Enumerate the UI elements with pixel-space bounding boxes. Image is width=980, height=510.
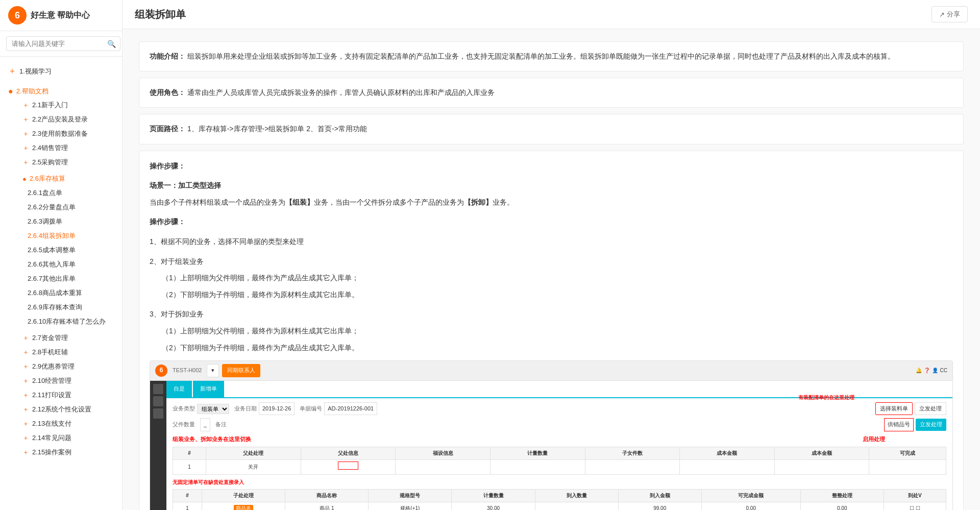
sidebar-item-mobile[interactable]: ＋ 2.8手机旺辅 [18, 345, 114, 359]
sidebar-item-cost-adjust[interactable]: 2.6.5成本调整单 [26, 243, 114, 257]
sidebar-item-ledger-fix[interactable]: 2.6.10库存账本错了怎么办 [26, 314, 114, 329]
plus-icon: ＋ [22, 376, 29, 385]
annotation4-text: 无固定清单可在缺货处直接录入 [173, 478, 244, 487]
cell-child-op: 商品名 [202, 502, 285, 510]
sidebar-item-partial-stocktake[interactable]: 2.6.2分量盘点单 [26, 200, 114, 214]
func-intro-label: 功能介绍： [150, 52, 185, 60]
plus-icon: ＋ [22, 333, 29, 343]
screen-nav-area: ▾ 同期联系人 [207, 364, 910, 377]
role-text: 通常由生产人员或库管人员完成拆装业务的操作，库管人员确认原材料的出库和产成品的入… [187, 88, 495, 96]
cell-parent-info [301, 460, 396, 475]
screen-th-parent-info: 父处信息 [301, 447, 396, 460]
screen-type-label: 业务类型 [173, 404, 195, 414]
sidebar-item-data-prep[interactable]: ＋ 2.3使用前数据准备 [18, 127, 114, 141]
sidebar-item-other-in[interactable]: 2.6.6其他入库单 [26, 257, 114, 272]
sidebar-item-finance[interactable]: ＋ 2.7资金管理 [18, 331, 114, 345]
item-label: 2.6.10库存账本错了怎么办 [28, 317, 106, 326]
screenshot: 6 TEST-H002 ▾ 同期联系人 🔔 ❓ 👤 CC [150, 360, 953, 510]
screen-th2-qty: 计量数量 [452, 490, 535, 502]
item-label: 2.2产品安装及登录 [32, 115, 88, 124]
sidebar-item-cost-recalc[interactable]: 2.6.8商品成本重算 [26, 286, 114, 300]
cell-qty [490, 460, 585, 475]
sidebar-item-purchase[interactable]: ＋ 2.5采购管理 [18, 155, 114, 169]
scenario1-desc: 当由多个子件材料组装成一个成品的业务为【组装】业务，当由一个父件拆分成多个子产品… [150, 196, 953, 209]
screen-th-child-num: 子女件数 [585, 447, 680, 460]
sidebar-item-label: 1.视频学习 [19, 67, 52, 76]
role-section: 使用角色： 通常由生产人员或库管人员完成拆装业务的操作，库管人员确认原材料的出库… [139, 78, 964, 108]
item-label: 2.13在线支付 [32, 419, 71, 428]
item-label: 2.5采购管理 [32, 158, 68, 167]
screen-main: 自是 新增单 业务类型 组装单 拆卸单 [166, 381, 952, 510]
cell-complete [869, 460, 946, 475]
plus-icon: ＋ [22, 448, 29, 457]
main: 组装拆卸单 ↗ 分享 功能介绍： 组装拆卸单用来处理企业组装或拆卸等加工业务，支… [122, 0, 980, 510]
search-input[interactable] [6, 36, 120, 51]
sidebar-item-stocktake[interactable]: 2.6.1盘点单 [26, 186, 114, 200]
cell-child-num [585, 460, 680, 475]
func-intro-text: 组装拆卸单用来处理企业组装或拆卸等加工业务，支持有固定装配清单的产品加工业务，也… [187, 52, 895, 60]
screen-nav-icon3 [153, 408, 163, 419]
sidebar-item-assembly[interactable]: 2.6.4组装拆卸单 [26, 229, 114, 243]
annotation3-text: 启用处理 [863, 434, 885, 445]
cell-name: 商品 1 [285, 502, 369, 510]
nav-sub-section-inventory: ● 2.6库存核算 2.6.1盘点单 2.6.2分量盘点单 2.6.3调拨单 [18, 169, 114, 331]
sidebar-item-install[interactable]: ＋ 2.2产品安装及登录 [18, 112, 114, 127]
plus-icon: ＋ [22, 405, 29, 414]
screen-annotation4-row: 无固定清单可在缺货处直接录入 [173, 478, 946, 487]
cell-in-qty [535, 502, 618, 510]
annotation1-text: 有装配清单的在这里处理 [798, 393, 854, 402]
ops-section: 操作步骤： 场景一：加工类型选择 当由多个子件材料组装成一个成品的业务为【组装】… [139, 151, 964, 510]
annotation2-text: 组装业务、拆卸业务在这里切换 [173, 434, 251, 445]
cell-num: 1 [173, 460, 206, 475]
cell-avail-amt: 0.00 [701, 502, 800, 510]
screen-table-lower: # 子处处理 商品名称 规格型号 计量数量 到入数量 到入金额 可完成金额 整整 [173, 489, 946, 510]
page-title: 组装拆卸单 [135, 8, 186, 21]
item-label: 2.4销售管理 [32, 143, 68, 153]
screen-form-row1: 业务类型 组装单 拆卸单 业务日期 2019-12-26 [173, 402, 946, 416]
sidebar-item-case-studies[interactable]: ＋ 2.15操作案例 [18, 445, 114, 459]
item-label: 2.11打印设置 [32, 391, 71, 400]
screen-topbar: 6 TEST-H002 ▾ 同期联系人 🔔 ❓ 👤 CC [150, 361, 952, 381]
sidebar-item-other-out[interactable]: 2.6.7其他出库单 [26, 272, 114, 286]
cell-process: 0.00 [800, 502, 884, 510]
ops-heading-block: 操作步骤： [150, 159, 953, 173]
cell-qty: 30.00 [452, 502, 535, 510]
screen-apply-btn[interactable]: 立发处理 [915, 402, 946, 416]
sidebar-item-sales[interactable]: ＋ 2.4销售管理 [18, 141, 114, 155]
screen-search-btn[interactable]: 立发处理 [916, 419, 946, 431]
sidebar-item-faq[interactable]: ＋ 2.14常见问题 [18, 431, 114, 445]
cell-parent-op: 关开 [206, 460, 301, 475]
cell-cost1 [680, 460, 775, 475]
screen-tab-new[interactable]: 自是 [166, 381, 192, 397]
nav-section-1: ＋ 1.视频学习 [0, 61, 122, 82]
path-section: 页面路径： 1、库存核算->库存管理->组装拆卸单 2、首页->常用功能 [139, 114, 964, 144]
screen-tab-active[interactable]: 新增单 [193, 381, 224, 397]
screen-th2-num: # [173, 490, 202, 502]
sidebar-item-help-docs[interactable]: ● 2.帮助文档 [8, 85, 114, 98]
share-button[interactable]: ↗ 分享 [932, 6, 968, 22]
screen-th-cost1: 成本金额 [680, 447, 775, 460]
screen-memo-label: 备注 [215, 420, 227, 430]
item-label: 2.8手机旺辅 [32, 348, 68, 357]
sidebar-item-transfer[interactable]: 2.6.3调拨单 [26, 214, 114, 229]
sidebar-item-ledger-query[interactable]: 2.6.9库存账本查询 [26, 300, 114, 314]
func-intro-section: 功能介绍： 组装拆卸单用来处理企业组装或拆卸等加工业务，支持有固定装配清单的产品… [139, 41, 964, 71]
sidebar-item-personalize[interactable]: ＋ 2.12系统个性化设置 [18, 402, 114, 417]
screen-select-plan-btn[interactable]: 选择装料单 [875, 402, 913, 416]
steps-heading: 操作步骤： [150, 215, 953, 229]
sidebar-item-inventory[interactable]: ● 2.6库存核算 [18, 172, 114, 186]
screen-th2-in-qty: 到入数量 [535, 490, 618, 502]
screen-type-select[interactable]: 组装单 拆卸单 [197, 404, 229, 414]
sidebar-item-beginner[interactable]: ＋ 2.1新手入门 [18, 98, 114, 112]
sidebar-item-coupon[interactable]: ＋ 2.9优惠券管理 [18, 359, 114, 374]
step2-block: 2、对于组装业务 （1）上部明细为父件明细，最终作为产成品生成其它入库单； （2… [150, 255, 953, 302]
screen-username: CC [940, 366, 947, 375]
sidebar-item-print[interactable]: ＋ 2.11打印设置 [18, 388, 114, 402]
sidebar-item-video-learning[interactable]: ＋ 1.视频学习 [8, 64, 114, 79]
cell-spec: 规格(+1) [369, 502, 452, 510]
sidebar-item-operations[interactable]: ＋ 2.10经营管理 [18, 374, 114, 388]
item-label: 2.6.8商品成本重算 [28, 288, 82, 298]
screen-logo: 6 [155, 365, 167, 377]
sidebar-item-online-pay[interactable]: ＋ 2.13在线支付 [18, 417, 114, 431]
search-button[interactable]: 🔍 [107, 40, 116, 48]
